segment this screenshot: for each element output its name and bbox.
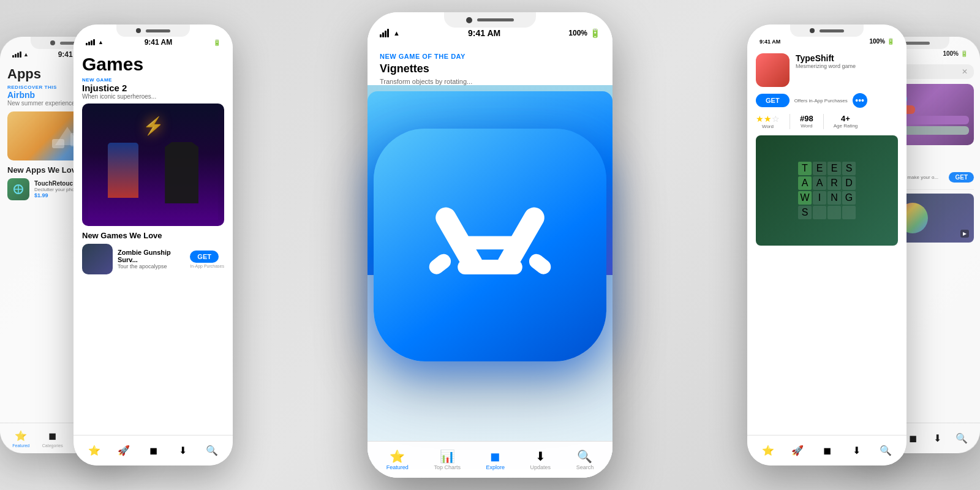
app-store-icon [374, 129, 606, 361]
rank-value: #98 [800, 114, 813, 123]
nav-rocket-left[interactable]: 🚀 [117, 444, 130, 458]
injustice-name: Injustice 2 [82, 83, 224, 93]
battery-far-right: 100% [943, 50, 959, 57]
get-zombie-button[interactable]: GET [190, 251, 219, 263]
games-title: Games [82, 54, 224, 75]
speaker-right [820, 29, 844, 32]
nav-featured[interactable]: ⭐ Featured [12, 429, 29, 448]
battery-label-center: 100% [568, 29, 587, 37]
nav-layers-far-right[interactable]: ◼ [906, 432, 919, 445]
camera-dot [50, 40, 55, 45]
svg-rect-1 [52, 139, 64, 148]
typeshift-get-button[interactable]: GET [756, 94, 790, 107]
svg-rect-7 [526, 251, 554, 277]
nav-down-right[interactable]: ⬇ [850, 444, 863, 458]
phone-right: 9:41 AM 100% 🔋 TypeShift Mesmerizing wor… [747, 24, 907, 466]
new-game-label: NEW GAME [82, 77, 224, 83]
nav-updates-center[interactable]: ⬇ Updates [530, 450, 551, 470]
nav-categories[interactable]: ◼ Categories [42, 429, 63, 448]
nav-search-center[interactable]: 🔍 Search [576, 450, 594, 470]
nav-download-left[interactable]: ⬇ [176, 444, 189, 458]
search-clear[interactable]: ✕ [962, 67, 968, 76]
camera-dot-left [136, 28, 141, 33]
nav-rocket-right[interactable]: 🚀 [791, 444, 804, 458]
phone-left: ▲ 9:41 AM 🔋 Games NEW GAME Injustice 2 W… [74, 24, 233, 466]
battery-right: 100% [869, 38, 885, 45]
speaker-far-right [905, 42, 930, 45]
nav-top-center[interactable]: 📊 Top Charts [434, 450, 461, 470]
zombie-iap: In-App Purchases [190, 264, 224, 268]
svg-rect-11 [461, 236, 519, 250]
status-time-left: 9:41 AM [145, 38, 173, 47]
nav-down-far-right[interactable]: ⬇ [930, 432, 944, 445]
camera-dot-right [810, 28, 815, 33]
typeshift-name: TypeShift [796, 53, 898, 63]
age-label: Age Rating [834, 123, 858, 129]
new-games-title: New Games We Love [82, 231, 224, 240]
svg-rect-6 [426, 251, 454, 277]
nav-explore-center[interactable]: ◼ Explore [486, 450, 505, 470]
speaker-left [146, 29, 170, 32]
status-time-center: 9:41 AM [468, 28, 500, 38]
injustice-desc: When iconic superheroes... [82, 93, 224, 100]
typeshift-tagline: Mesmerizing word game [796, 63, 898, 69]
nav-search-right[interactable]: 🔍 [879, 444, 892, 458]
camera-dot-center [466, 17, 472, 23]
typeshift-iap: Offers in-App Purchases [794, 98, 848, 104]
nav-featured-left[interactable]: ⭐ [88, 444, 101, 458]
hopscotch-get-button[interactable]: GET [949, 172, 974, 183]
nav-search-left[interactable]: 🔍 [205, 444, 219, 458]
more-button[interactable]: ••• [853, 93, 867, 108]
nav-layers-right[interactable]: ◼ [820, 444, 834, 458]
rank-label: Word [800, 123, 813, 129]
zombie-desc: Tour the apocalypse [118, 263, 185, 270]
age-value: 4+ [834, 114, 858, 123]
nav-featured-right[interactable]: ⭐ [761, 444, 775, 458]
nav-layers-left[interactable]: ◼ [146, 444, 160, 458]
rating-word: Word [756, 124, 780, 129]
zombie-name: Zombie Gunship Surv... [118, 249, 185, 263]
nav-search-far-right2[interactable]: 🔍 [955, 432, 968, 445]
nav-featured-center[interactable]: ⭐ Featured [386, 450, 409, 470]
main-scene: ▲ 9:41 AM 🔋 Apps REDISCOVER THIS Airbnb … [0, 0, 980, 490]
status-time-right: 9:41 AM [760, 39, 780, 45]
speaker-center [477, 18, 514, 21]
